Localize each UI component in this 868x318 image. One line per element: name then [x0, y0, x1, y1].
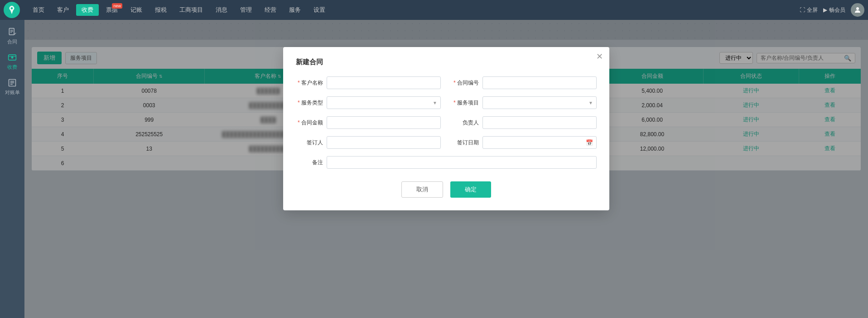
new-badge: new [112, 3, 122, 9]
top-navigation: 首页 客户 收费 票据 new 记账 报税 工商项目 消息 管理 经营 服务 设… [0, 0, 868, 20]
service-item-select[interactable] [482, 96, 597, 109]
form-row-service-item: 服务项目 ▼ [452, 96, 597, 109]
service-type-select[interactable] [327, 96, 441, 109]
contract-no-label: 合同编号 [452, 79, 479, 87]
modal-new-contract: ✕ 新建合同 客户名称 合同编号 服务类型 ▼ [283, 47, 609, 210]
cancel-button[interactable]: 取消 [401, 181, 443, 198]
contract-amount-label: 合同金额 [296, 119, 323, 127]
form-row-signer: 签订人 [296, 136, 441, 149]
sign-date-wrapper: 2023-06-06 📅 [482, 136, 597, 149]
nav-right: ⛶ 全屏 ▶ 畅会员 [800, 3, 864, 17]
contract-no-input[interactable] [482, 76, 597, 89]
nav-customer[interactable]: 客户 [52, 4, 74, 16]
statement-icon [7, 78, 17, 88]
notes-input[interactable] [327, 156, 597, 169]
service-type-label: 服务类型 [296, 99, 323, 107]
contract-icon [7, 27, 17, 37]
modal-close-button[interactable]: ✕ [596, 52, 603, 61]
sidebar-item-fee[interactable]: 收费 [0, 49, 24, 74]
nav-manage[interactable]: 管理 [235, 4, 257, 16]
nav-home[interactable]: 首页 [27, 4, 50, 16]
svg-point-0 [11, 7, 13, 9]
modal-footer: 取消 确定 [296, 181, 597, 198]
sidebar: 合同 收费 对账单 [0, 20, 24, 318]
form-row-customer: 客户名称 [296, 76, 441, 89]
vip-icon: ▶ [823, 7, 827, 13]
confirm-button[interactable]: 确定 [450, 181, 491, 198]
nav-business[interactable]: 工商项目 [174, 4, 208, 16]
nav-tax[interactable]: 报税 [149, 4, 172, 16]
person-in-charge-input[interactable] [482, 116, 597, 129]
svg-point-7 [11, 57, 14, 59]
calendar-icon[interactable]: 📅 [586, 139, 593, 146]
nav-service[interactable]: 服务 [284, 4, 306, 16]
customer-name-label: 客户名称 [296, 79, 323, 87]
nav-operation[interactable]: 经营 [259, 4, 282, 16]
form-row-person-in-charge: 负责人 [452, 116, 597, 129]
nav-invoice[interactable]: 票据 new [101, 4, 123, 16]
sign-date-label: 签订日期 [452, 139, 479, 147]
form-row-notes: 备注 [296, 156, 597, 169]
modal-title: 新建合同 [296, 58, 597, 66]
fullscreen-icon: ⛶ [800, 7, 805, 13]
modal-overlay: ✕ 新建合同 客户名称 合同编号 服务类型 ▼ [24, 20, 868, 318]
form-row-amount: 合同金额 0.00 [296, 116, 441, 129]
customer-name-input[interactable] [327, 76, 441, 89]
signer-input[interactable] [327, 136, 441, 149]
vip-button[interactable]: ▶ 畅会员 [823, 6, 845, 14]
sidebar-item-contract[interactable]: 合同 [0, 24, 24, 49]
sign-date-input[interactable]: 2023-06-06 [482, 136, 597, 149]
form-row-service-type: 服务类型 ▼ [296, 96, 441, 109]
user-avatar[interactable] [851, 3, 864, 17]
modal-form: 客户名称 合同编号 服务类型 ▼ 服务项目 [296, 76, 597, 169]
service-type-select-wrapper: ▼ [327, 96, 441, 109]
person-in-charge-label: 负责人 [452, 119, 479, 127]
form-row-sign-date: 签订日期 2023-06-06 📅 [452, 136, 597, 149]
nav-items: 首页 客户 收费 票据 new 记账 报税 工商项目 消息 管理 经营 服务 设… [27, 4, 800, 16]
main-content: 新增 服务项目 进行中 已完成 已终止 🔍 序号 合同编号⇅ [24, 40, 868, 318]
nav-fee[interactable]: 收费 [76, 4, 99, 16]
fullscreen-button[interactable]: ⛶ 全屏 [800, 6, 818, 14]
signer-label: 签订人 [296, 139, 323, 147]
nav-bookkeeping[interactable]: 记账 [125, 4, 148, 16]
notes-label: 备注 [296, 159, 323, 166]
service-item-select-wrapper: ▼ [482, 96, 597, 109]
nav-settings[interactable]: 设置 [308, 4, 331, 16]
service-item-label: 服务项目 [452, 99, 479, 107]
svg-point-1 [856, 7, 859, 10]
sidebar-item-statement[interactable]: 对账单 [0, 74, 24, 100]
contract-amount-input[interactable]: 0.00 [327, 116, 441, 129]
form-row-contract-no: 合同编号 [452, 76, 597, 89]
fee-icon [7, 52, 17, 62]
app-logo[interactable] [4, 2, 20, 18]
nav-message[interactable]: 消息 [210, 4, 233, 16]
